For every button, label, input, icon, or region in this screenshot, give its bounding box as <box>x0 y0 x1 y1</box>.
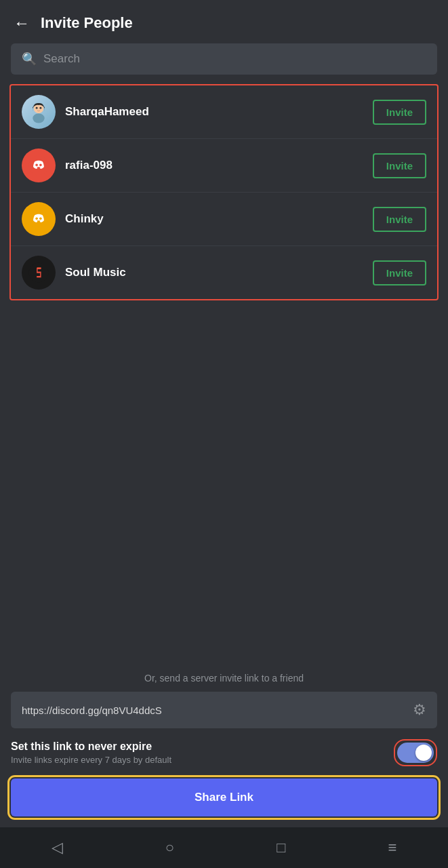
invite-button-soulmusic[interactable]: Invite <box>373 260 426 285</box>
user-name-rafia: rafia-098 <box>65 159 363 172</box>
navigation-bar: ◁ ○ □ ≡ <box>0 827 448 868</box>
invite-link-box: https://discord.gg/qn8VU4ddcS ⚙ <box>11 692 437 728</box>
user-list: SharqaHameed Invite rafia-098 Invite <box>9 84 439 300</box>
settings-icon[interactable]: ⚙ <box>413 701 426 719</box>
nav-home-icon[interactable]: ○ <box>165 839 174 856</box>
never-expire-text: Set this link to never expire Invite lin… <box>11 741 394 765</box>
page-title: Invite People <box>41 14 133 32</box>
never-expire-toggle[interactable] <box>397 743 434 763</box>
svg-point-5 <box>35 163 38 166</box>
svg-point-3 <box>39 107 41 109</box>
svg-point-1 <box>33 113 44 123</box>
svg-point-6 <box>39 163 42 166</box>
search-icon: 🔍 <box>22 52 37 66</box>
never-expire-subtitle: Invite links expire every 7 days by defa… <box>11 755 394 765</box>
never-expire-title: Set this link to never expire <box>11 741 394 753</box>
avatar-soulmusic <box>22 256 56 290</box>
list-item: SharqaHameed Invite <box>11 85 437 139</box>
toggle-wrapper <box>394 739 437 766</box>
invite-link-text: https://discord.gg/qn8VU4ddcS <box>22 705 413 716</box>
bottom-section: Or, send a server invite link to a frien… <box>0 673 448 827</box>
svg-point-9 <box>39 217 42 220</box>
avatar-rafia <box>22 149 56 182</box>
search-bar: 🔍 <box>11 43 437 75</box>
svg-point-8 <box>35 217 38 220</box>
nav-recent-icon[interactable]: □ <box>277 839 285 856</box>
list-item: Soul Music Invite <box>11 246 437 299</box>
empty-space <box>0 307 448 673</box>
never-expire-row: Set this link to never expire Invite lin… <box>11 739 437 766</box>
list-item: rafia-098 Invite <box>11 139 437 193</box>
avatar-sharqa <box>22 95 56 129</box>
nav-menu-icon[interactable]: ≡ <box>388 839 397 856</box>
invite-button-rafia[interactable]: Invite <box>373 153 426 178</box>
nav-back-icon[interactable]: ◁ <box>52 839 63 856</box>
avatar-chinky <box>22 202 56 236</box>
user-name-sharqa: SharqaHameed <box>65 105 363 119</box>
toggle-knob <box>415 745 432 761</box>
user-name-chinky: Chinky <box>65 212 363 226</box>
share-link-button[interactable]: Share Link <box>11 778 437 816</box>
invite-button-sharqa[interactable]: Invite <box>373 100 426 125</box>
header: ← Invite People <box>0 0 448 43</box>
list-item: Chinky Invite <box>11 193 437 246</box>
svg-point-2 <box>36 107 38 109</box>
back-button[interactable]: ← <box>14 14 30 33</box>
or-text: Or, send a server invite link to a frien… <box>11 673 437 684</box>
user-name-soulmusic: Soul Music <box>65 266 363 279</box>
invite-button-chinky[interactable]: Invite <box>373 207 426 232</box>
search-input[interactable] <box>43 52 426 66</box>
